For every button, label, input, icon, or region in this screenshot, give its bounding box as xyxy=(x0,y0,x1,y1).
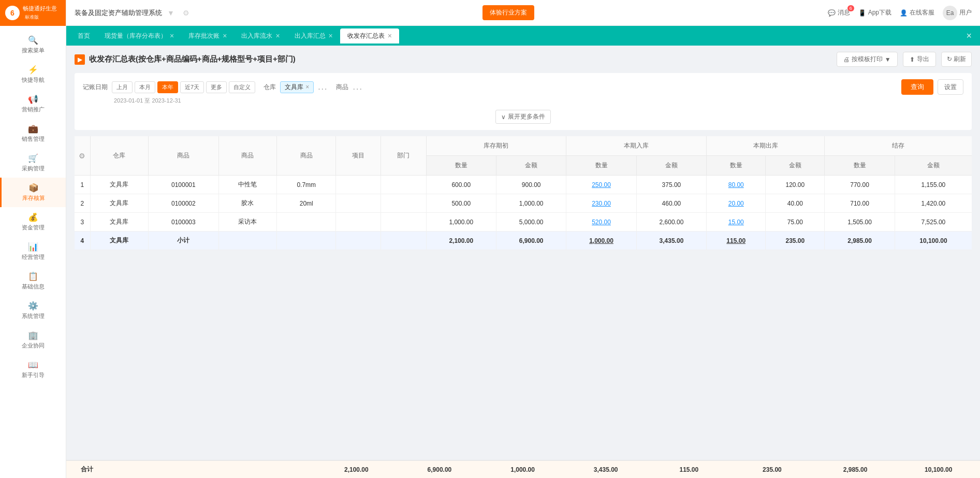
date-btn-7days[interactable]: 近7天 xyxy=(180,81,204,93)
tab-bar-close[interactable]: × xyxy=(962,31,976,41)
sidebar-item-label: 库存核算 xyxy=(22,194,45,202)
tab-inout-flow-close[interactable]: × xyxy=(275,32,280,39)
expand-conditions-btn[interactable]: ∨ 展开更多条件 xyxy=(495,110,551,124)
goods-dots[interactable]: ... xyxy=(353,82,362,92)
query-btn[interactable]: 查询 xyxy=(901,79,933,95)
footer-in-qty: 1,000.00 xyxy=(481,466,564,473)
logo-tag: 标准版 xyxy=(23,13,57,21)
footer-out-amt: 235.00 xyxy=(730,466,814,473)
date-btn-prev-month[interactable]: 上月 xyxy=(112,81,133,93)
sidebar-item-search[interactable]: 🔍 搜索菜单 xyxy=(0,30,66,60)
td-in-qty[interactable]: 520.00 xyxy=(566,213,636,231)
tab-recv-send[interactable]: 收发存汇总表 × xyxy=(340,28,399,44)
sidebar-item-quick-nav[interactable]: ⚡ 快捷导航 xyxy=(0,60,66,89)
sidebar-item-inventory[interactable]: 📦 库存核算 xyxy=(0,178,66,207)
chevron-down-icon: ▼ xyxy=(885,56,891,63)
settings-icon[interactable]: ⚙ xyxy=(183,9,189,17)
sidebar-item-label: 系统管理 xyxy=(22,312,45,320)
tab-batch-close[interactable]: × xyxy=(223,32,227,39)
try-btn[interactable]: 体验行业方案 xyxy=(482,5,534,20)
tab-batch[interactable]: 库存批次账 × xyxy=(181,28,234,44)
tab-inventory-dist-close[interactable]: × xyxy=(170,32,174,39)
sidebar-item-guide[interactable]: 📖 新手引导 xyxy=(0,355,66,384)
sidebar-item-purchase[interactable]: 🛒 采购管理 xyxy=(0,148,66,178)
th-closing-qty: 数量 xyxy=(825,156,895,176)
sidebar-item-basic-info[interactable]: 📋 基础信息 xyxy=(0,266,66,296)
summary-table: ⚙ 仓库 商品 商品 商品 项目 部门 库存期初 本期入库 本期出库 结存 xyxy=(75,136,972,250)
tab-inout-summary-close[interactable]: × xyxy=(329,32,333,39)
tab-inout-flow[interactable]: 出入库流水 × xyxy=(234,28,287,44)
footer-cells: 2,100.00 6,900.00 1,000.00 3,435.00 115.… xyxy=(315,466,980,473)
date-btn-more[interactable]: 更多 xyxy=(206,81,227,93)
export-btn[interactable]: ⬆ 导出 xyxy=(903,52,936,67)
th-department: 部门 xyxy=(381,136,426,176)
sidebar-item-finance[interactable]: 💰 资金管理 xyxy=(0,207,66,237)
sidebar-item-label: 新手引导 xyxy=(22,371,45,379)
collapse-btn[interactable]: ▶ xyxy=(75,54,85,65)
sidebar-item-enterprise[interactable]: 🏢 企业协同 xyxy=(0,325,66,355)
refresh-btn[interactable]: ↻ 刷新 xyxy=(941,52,972,67)
td-in-qty[interactable]: 250.00 xyxy=(566,176,636,194)
td-out-qty[interactable]: 80.00 xyxy=(707,176,766,194)
table-settings-icon[interactable]: ⚙ xyxy=(79,152,85,160)
print-icon: 🖨 xyxy=(843,56,850,63)
export-icon: ⬆ xyxy=(910,56,915,63)
user-menu[interactable]: Ea 用户 xyxy=(943,6,972,20)
table-row: 1 文具库 0100001 中性笔 0.7mm 600.00 900.00 25… xyxy=(75,176,972,194)
footer-opening-amt: 6,900.00 xyxy=(398,466,481,473)
td-code: 0100003 xyxy=(149,213,218,231)
td-out-qty[interactable]: 20.00 xyxy=(707,194,766,213)
print-btn[interactable]: 🖨 按模板打印 ▼ xyxy=(837,52,898,67)
tab-home[interactable]: 首页 xyxy=(70,28,97,44)
td-out-qty[interactable]: 115.00 xyxy=(707,231,766,250)
date-btn-this-month[interactable]: 本月 xyxy=(135,81,155,93)
th-closing-group: 结存 xyxy=(825,136,972,156)
date-btn-custom[interactable]: 自定义 xyxy=(229,81,255,93)
td-project xyxy=(336,176,381,194)
td-department xyxy=(381,176,426,194)
tab-inout-summary[interactable]: 出入库汇总 × xyxy=(287,28,340,44)
sidebar-item-label: 基础信息 xyxy=(22,283,45,291)
online-service-label: 在线客服 xyxy=(910,8,934,17)
guide-icon: 📖 xyxy=(28,360,38,370)
td-in-qty[interactable]: 230.00 xyxy=(566,194,636,213)
tab-inventory-dist-label: 现货量（库存分布表） xyxy=(105,32,167,40)
online-service-btn[interactable]: 👤 在线客服 xyxy=(900,8,934,17)
date-btn-this-year[interactable]: 本年 xyxy=(157,81,178,93)
td-in-qty[interactable]: 1,000.00 xyxy=(566,231,636,250)
data-table: ⚙ 仓库 商品 商品 商品 项目 部门 库存期初 本期入库 本期出库 结存 xyxy=(75,136,972,250)
subtotal-row: 4 文具库 小计 2,100.00 6,900.00 1,000.00 3,43… xyxy=(75,231,972,250)
th-goods-name: 商品 xyxy=(218,136,277,176)
sidebar-nav: 🔍 搜索菜单 ⚡ 快捷导航 📢 营销推广 💼 销售管理 🛒 采购管理 📦 库存核… xyxy=(0,26,66,478)
sidebar-item-marketing[interactable]: 📢 营销推广 xyxy=(0,89,66,119)
tab-recv-send-close[interactable]: × xyxy=(388,32,392,39)
th-opening-group: 库存期初 xyxy=(426,136,566,156)
table-footer: 合计 2,100.00 6,900.00 1,000.00 3,435.00 1… xyxy=(66,460,980,478)
warehouse-dots[interactable]: ... xyxy=(318,82,328,92)
topbar-center: 体验行业方案 xyxy=(482,5,534,20)
chevron-down-icon: ∨ xyxy=(501,113,506,121)
td-opening-amt: 5,000.00 xyxy=(496,213,566,231)
sidebar-item-sales[interactable]: 💼 销售管理 xyxy=(0,119,66,148)
td-closing-amt: 7,525.00 xyxy=(895,213,972,231)
td-subtotal-label: 小计 xyxy=(149,231,218,250)
sidebar-item-system[interactable]: ⚙️ 系统管理 xyxy=(0,296,66,325)
td-name: 中性笔 xyxy=(218,176,277,194)
app-download-btn[interactable]: 📱 App下载 xyxy=(858,8,891,17)
messages-btn[interactable]: 💬 消息 6 xyxy=(828,8,850,17)
warehouse-tag-close[interactable]: × xyxy=(305,83,309,91)
tab-batch-label: 库存批次账 xyxy=(188,32,220,40)
td-spec: 20ml xyxy=(277,194,336,213)
td-opening-qty: 2,100.00 xyxy=(426,231,496,250)
td-code: 0100002 xyxy=(149,194,218,213)
td-closing-qty: 770.00 xyxy=(825,176,895,194)
marketing-icon: 📢 xyxy=(28,94,38,104)
setting-btn[interactable]: 设置 xyxy=(938,79,963,95)
topbar: 装备及固定资产辅助管理系统 ▼ ⚙ 体验行业方案 💬 消息 6 📱 App下载 … xyxy=(66,0,980,26)
sidebar-item-operations[interactable]: 📊 经营管理 xyxy=(0,237,66,266)
td-in-amt: 460.00 xyxy=(636,194,706,213)
td-out-qty[interactable]: 15.00 xyxy=(707,213,766,231)
main-content: ▶ 收发存汇总表(按仓库+商品编码+商品+规格型号+项目+部门) 🖨 按模板打印… xyxy=(66,46,980,478)
tab-inventory-dist[interactable]: 现货量（库存分布表） × xyxy=(97,28,181,44)
td-opening-qty: 500.00 xyxy=(426,194,496,213)
